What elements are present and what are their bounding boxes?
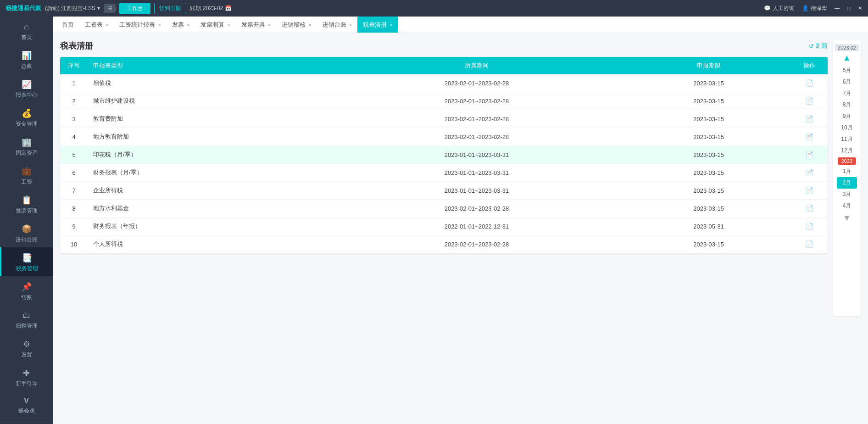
period-display: 账期 2023-02 📅 bbox=[190, 5, 232, 12]
period-month-11[interactable]: 11月 bbox=[837, 134, 857, 145]
cell-period: 2023-02-01~2023-02-28 bbox=[327, 74, 626, 92]
tab-close-icon[interactable]: × bbox=[389, 22, 392, 28]
cell-type: 城市维护建设税 bbox=[88, 92, 327, 110]
action-doc-icon[interactable]: 📄 bbox=[806, 240, 813, 248]
close-window-button[interactable]: ✕ bbox=[858, 5, 862, 11]
cell-no: 4 bbox=[60, 128, 88, 146]
minimize-button[interactable]: — bbox=[835, 5, 840, 11]
sidebar-item-invoice[interactable]: 📋 发票管理 bbox=[0, 190, 53, 218]
tab-label: 发票开具 bbox=[241, 21, 265, 29]
cell-no: 8 bbox=[60, 200, 88, 218]
refresh-button[interactable]: ↺ 刷新 bbox=[809, 42, 828, 50]
sidebar-item-guide[interactable]: ✚ 新手引导 bbox=[0, 363, 53, 391]
cell-type: 地方教育附加 bbox=[88, 128, 327, 146]
tab-salary-table[interactable]: 工资表 × bbox=[79, 17, 114, 33]
col-deadline: 申报期限 bbox=[626, 57, 791, 74]
tax-icon: 📑 bbox=[22, 253, 32, 263]
tab-close-icon[interactable]: × bbox=[349, 22, 352, 28]
cell-period: 2023-02-01~2023-02-28 bbox=[327, 235, 626, 253]
action-doc-icon[interactable]: 📄 bbox=[806, 115, 813, 123]
sidebar-item-funds[interactable]: 💰 资金管理 bbox=[0, 103, 53, 132]
period-month-5[interactable]: 5月 bbox=[837, 65, 857, 76]
action-doc-icon[interactable]: 📄 bbox=[806, 151, 813, 158]
maximize-button[interactable]: □ bbox=[847, 5, 851, 11]
sidebar-item-label: 新手引导 bbox=[16, 380, 38, 388]
sidebar-item-vip[interactable]: V 畅会员 bbox=[0, 391, 53, 418]
switch-old-button[interactable]: 切到旧版 bbox=[154, 3, 186, 14]
period-up-arrow[interactable]: ▲ bbox=[843, 53, 851, 63]
help-label: 人工咨询 bbox=[773, 5, 795, 12]
action-doc-icon[interactable]: 📄 bbox=[806, 223, 813, 230]
user-profile[interactable]: 👤 徐泽华 bbox=[802, 5, 827, 12]
tab-invoice[interactable]: 发票 × bbox=[167, 17, 195, 33]
closing-icon: 📌 bbox=[22, 282, 32, 292]
period-month-8[interactable]: 8月 bbox=[837, 99, 857, 111]
action-doc-icon[interactable]: 📄 bbox=[806, 187, 813, 194]
vip-icon: V bbox=[24, 397, 29, 405]
sidebar-item-purchase[interactable]: 📦 进销台账 bbox=[0, 218, 53, 247]
sidebar-item-closing[interactable]: 📌 结账 bbox=[0, 276, 53, 305]
tab-home[interactable]: 首页 bbox=[56, 17, 79, 33]
sidebar: ⌂ 首页 📊 总账 📈 报表中心 💰 资金管理 🏢 固定资产 💼 工资 📋 发票… bbox=[0, 17, 53, 424]
tab-close-icon[interactable]: × bbox=[308, 22, 311, 28]
sidebar-item-settings[interactable]: ⚙ 设置 bbox=[0, 334, 53, 363]
period-month-1[interactable]: 1月 bbox=[837, 166, 857, 177]
tab-purchase-check[interactable]: 进销稽核 × bbox=[276, 17, 317, 33]
period-down-arrow[interactable]: ▼ bbox=[843, 213, 851, 223]
sidebar-item-archive[interactable]: 🗂 归档管理 bbox=[0, 305, 53, 334]
app-logo: 畅捷通易代账 bbox=[6, 4, 41, 12]
archive-icon: 🗂 bbox=[22, 311, 31, 320]
workspace-button[interactable]: 工作台 bbox=[119, 3, 150, 14]
sidebar-item-tax[interactable]: 📑 税务管理 bbox=[0, 247, 53, 276]
action-doc-icon[interactable]: 📄 bbox=[806, 79, 813, 87]
sidebar-item-label: 总账 bbox=[21, 62, 32, 70]
tab-invoice-calc[interactable]: 发票测算 × bbox=[195, 17, 235, 33]
sidebar-item-ledger[interactable]: 📊 总账 bbox=[0, 45, 53, 74]
help-button[interactable]: 💬 人工咨询 bbox=[764, 5, 795, 12]
action-doc-icon[interactable]: 📄 bbox=[806, 169, 813, 176]
tab-close-icon[interactable]: × bbox=[106, 22, 108, 28]
period-month-2[interactable]: 2月 bbox=[837, 177, 857, 189]
col-action: 操作 bbox=[791, 57, 828, 74]
cell-deadline: 2023-03-15 bbox=[626, 74, 791, 92]
tab-purchase-ledger[interactable]: 进销台账 × bbox=[317, 17, 357, 33]
cell-action: 📄 bbox=[791, 110, 828, 128]
company-selector[interactable]: (勿动) 江西服宝-LSS ▾ bbox=[45, 5, 100, 12]
action-doc-icon[interactable]: 📄 bbox=[806, 205, 813, 212]
copy-button[interactable]: ⊟ bbox=[104, 4, 116, 13]
action-doc-icon[interactable]: 📄 bbox=[806, 97, 813, 105]
period-month-6[interactable]: 6月 bbox=[837, 76, 857, 88]
table-row: 6 财务报表（月/季） 2023-01-01~2023-03-31 2023-0… bbox=[60, 164, 828, 182]
tab-close-icon[interactable]: × bbox=[227, 22, 230, 28]
tab-invoice-open[interactable]: 发票开具 × bbox=[236, 17, 276, 33]
tabbar: 首页 工资表 × 工资统计报表 × 发票 × 发票测算 × 发票开具 × bbox=[53, 17, 868, 33]
tab-tax-register[interactable]: 税表清册 × bbox=[357, 17, 398, 33]
action-doc-icon[interactable]: 📄 bbox=[806, 133, 813, 140]
period-header: 2023.02 bbox=[835, 44, 859, 51]
sidebar-item-home[interactable]: ⌂ 首页 bbox=[0, 17, 53, 45]
sidebar-item-label: 工资 bbox=[21, 178, 32, 186]
tab-close-icon[interactable]: × bbox=[187, 22, 189, 28]
sidebar-item-salary[interactable]: 💼 工资 bbox=[0, 161, 53, 190]
period-year-2023[interactable]: 2023 bbox=[838, 157, 856, 165]
tab-label: 发票测算 bbox=[200, 21, 224, 29]
tab-close-icon[interactable]: × bbox=[158, 22, 161, 28]
refresh-icon: ↺ bbox=[809, 43, 814, 50]
refresh-label: 刷新 bbox=[816, 42, 828, 50]
period-month-4[interactable]: 4月 bbox=[837, 200, 857, 212]
period-month-10[interactable]: 10月 bbox=[837, 122, 857, 134]
calendar-icon[interactable]: 📅 bbox=[225, 5, 232, 11]
tab-salary-stats[interactable]: 工资统计报表 × bbox=[114, 17, 166, 33]
sidebar-item-report[interactable]: 📈 报表中心 bbox=[0, 74, 53, 103]
tab-close-icon[interactable]: × bbox=[268, 22, 271, 28]
cell-type: 教育费附加 bbox=[88, 110, 327, 128]
sidebar-item-assets[interactable]: 🏢 固定资产 bbox=[0, 132, 53, 161]
help-icon: 💬 bbox=[764, 5, 771, 11]
period-month-12[interactable]: 12月 bbox=[837, 145, 857, 156]
period-month-3[interactable]: 3月 bbox=[837, 189, 857, 200]
table-row: 2 城市维护建设税 2023-02-01~2023-02-28 2023-03-… bbox=[60, 92, 828, 110]
period-month-7[interactable]: 7月 bbox=[837, 88, 857, 99]
period-month-9[interactable]: 9月 bbox=[837, 111, 857, 122]
cell-type: 地方水利基金 bbox=[88, 200, 327, 218]
sidebar-item-label: 畅会员 bbox=[18, 407, 35, 415]
